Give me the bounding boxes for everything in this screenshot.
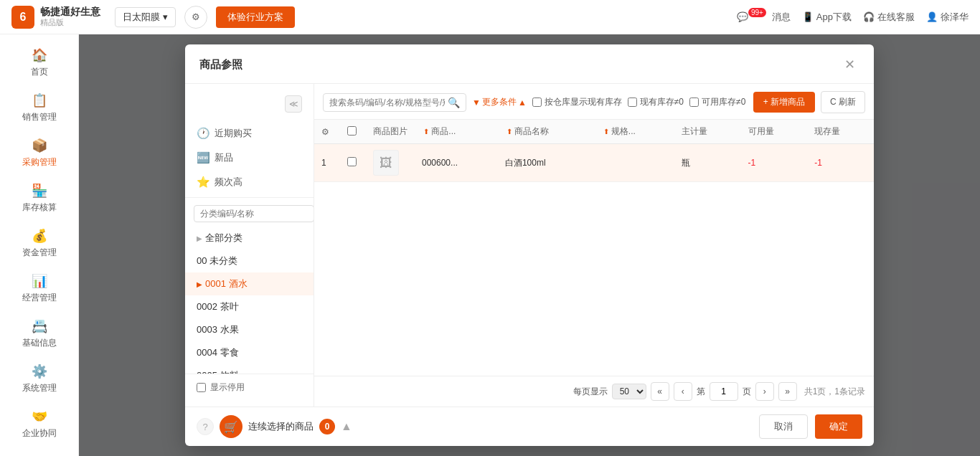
sidebar-item-enterprise[interactable]: 🤝 企业协同	[0, 402, 78, 447]
sidebar-item-finance[interactable]: 💰 资金管理	[0, 221, 78, 266]
warehouse-stock-label: 按仓库显示现有库存	[545, 96, 622, 108]
star-icon: ⭐	[197, 176, 210, 189]
cat-all[interactable]: ▶ 全部分类	[185, 227, 314, 250]
nav-right: 💬 99+ 消息 📱 App下载 🎧 在线客服 👤 徐泽华	[737, 11, 969, 24]
settings-icon[interactable]: ⚙	[184, 6, 207, 29]
warehouse-stock-checkbox[interactable]	[532, 98, 542, 107]
confirm-button[interactable]: 确定	[815, 414, 862, 439]
th-spec: ⬆ 规格...	[595, 120, 674, 144]
cat-fruit[interactable]: 0003 水果	[185, 318, 314, 341]
logo-sub: 精品版	[40, 17, 100, 28]
procurement-icon: 📦	[32, 138, 47, 153]
existing-stock-checkbox[interactable]	[628, 98, 637, 107]
last-page-button[interactable]: »	[778, 382, 797, 401]
sidebar-item-procurement[interactable]: 📦 采购管理	[0, 130, 78, 176]
cart-collapse-icon[interactable]: ▲	[341, 420, 352, 433]
chevron-down-icon: ▾	[163, 11, 168, 22]
cat-recent-section: 🕐 近期购买 🆕 新品 ⭐ 频次高	[185, 118, 314, 198]
cat-snacks[interactable]: 0004 零食	[185, 341, 314, 364]
sidebar-item-inventory[interactable]: 🏪 库存核算	[0, 176, 78, 221]
cat-tea[interactable]: 0002 茶叶	[185, 295, 314, 318]
show-disabled-area: 显示停用	[185, 374, 314, 401]
sidebar-item-operations[interactable]: 📊 经营管理	[0, 266, 78, 311]
dialog-footer: ? 🛒 连续选择的商品 0 ▲ 取消 确定	[185, 407, 874, 446]
cat-uncategorized[interactable]: 00 未分类	[185, 250, 314, 272]
refresh-button[interactable]: C 刷新	[821, 91, 865, 113]
th-settings: ⚙	[314, 120, 340, 144]
online-service-nav-item[interactable]: 🎧 在线客服	[863, 11, 915, 24]
add-product-button[interactable]: + 新增商品	[753, 92, 815, 113]
page-label: 第	[697, 386, 705, 398]
cat-item-recent-label: 近期购买	[215, 127, 252, 140]
username-label: 徐泽华	[941, 11, 969, 24]
product-search-input[interactable]	[329, 98, 445, 108]
sidebar-item-system[interactable]: ⚙️ 系统管理	[0, 356, 78, 402]
filter-button[interactable]: ▼ 更多条件 ▲	[472, 96, 527, 108]
cart-area: ? 🛒 连续选择的商品 0 ▲	[197, 415, 752, 438]
cat-item-frequent-label: 频次高	[215, 176, 242, 189]
row-available: -1	[741, 144, 808, 182]
cat-item-recent[interactable]: 🕐 近期购买	[185, 121, 314, 146]
app-download-nav-item[interactable]: 📱 App下载	[802, 11, 852, 24]
cat-search-input[interactable]	[194, 205, 314, 222]
basic-info-icon: 📇	[32, 318, 47, 334]
user-avatar: 👤	[926, 11, 938, 22]
row-checkbox[interactable]	[347, 157, 357, 166]
cat-liquor-label: 0001 酒水	[205, 277, 248, 290]
main-area: 商品参照 ✕ ≪ 🕐 近	[79, 34, 980, 456]
store-selector[interactable]: 日太阳膜 ▾	[115, 7, 176, 27]
sidebar-item-guide[interactable]: 📖 新手引导	[0, 447, 78, 456]
prev-page-button[interactable]: ‹	[674, 382, 692, 401]
sidebar-item-basic-info[interactable]: 📇 基础信息	[0, 311, 78, 356]
cart-icon: 🛒	[220, 415, 242, 438]
trial-button[interactable]: 体验行业方案	[216, 6, 295, 28]
help-icon[interactable]: ?	[197, 418, 214, 435]
cat-item-frequent[interactable]: ⭐ 频次高	[185, 170, 314, 194]
th-unit: 主计量	[674, 120, 741, 144]
sidebar-item-sales[interactable]: 📋 销售管理	[0, 85, 78, 130]
sidebar-label-home: 首页	[31, 66, 48, 78]
cat-collapse-button[interactable]: ≪	[285, 95, 302, 113]
home-icon: 🏠	[32, 47, 47, 63]
available-stock-filter[interactable]: 可用库存≠0	[689, 96, 745, 108]
close-button[interactable]: ✕	[839, 54, 859, 75]
sidebar-item-home[interactable]: 🏠 首页	[0, 40, 78, 85]
next-page-button[interactable]: ›	[755, 382, 774, 401]
th-code-label: 商品...	[431, 126, 456, 136]
th-stock-label: 现存量	[814, 126, 840, 136]
select-all-checkbox[interactable]	[347, 126, 357, 136]
message-label: 消息	[772, 11, 791, 24]
row-stock: -1	[807, 144, 874, 182]
cancel-button[interactable]: 取消	[759, 414, 808, 439]
sidebar: 🏠 首页 📋 销售管理 📦 采购管理 🏪 库存核算 💰 资金管理 📊 经营管理 …	[0, 34, 79, 456]
dialog-title: 商品参照	[199, 58, 242, 72]
system-icon: ⚙️	[32, 364, 47, 379]
search-button[interactable]: 🔍	[448, 97, 460, 108]
th-spec-label: 规格...	[611, 126, 636, 136]
user-nav-item[interactable]: 👤 徐泽华	[926, 11, 969, 24]
dialog-right: 🔍 ▼ 更多条件 ▲ 按仓库显示现有库存	[314, 84, 874, 407]
search-bar: 🔍 ▼ 更多条件 ▲ 按仓库显示现有库存	[314, 84, 874, 120]
page-number-input[interactable]	[710, 382, 738, 401]
first-page-button[interactable]: «	[651, 382, 669, 401]
cat-liquor[interactable]: ▶ 0001 酒水	[185, 272, 314, 295]
sort-icon: ⬆	[423, 128, 429, 136]
available-stock-checkbox[interactable]	[689, 98, 699, 107]
table-row[interactable]: 1 🖼 000600... 白酒100ml	[314, 144, 874, 182]
message-nav-item[interactable]: 💬 99+ 消息	[737, 11, 791, 24]
enterprise-icon: 🤝	[32, 409, 47, 424]
existing-stock-filter[interactable]: 现有库存≠0	[628, 96, 684, 108]
show-disabled-checkbox[interactable]	[197, 383, 206, 392]
product-image: 🖼	[373, 150, 399, 176]
warehouse-stock-filter[interactable]: 按仓库显示现有库存	[532, 96, 622, 108]
row-num: 1	[314, 144, 340, 182]
cat-item-new[interactable]: 🆕 新品	[185, 146, 314, 170]
cat-beverages[interactable]: 0005 饮料	[185, 364, 314, 374]
app-download-label: App下载	[816, 11, 852, 24]
cart-count: 0	[319, 419, 335, 434]
dialog-header: 商品参照 ✕	[185, 44, 874, 84]
th-checkbox	[340, 120, 366, 144]
per-page-select[interactable]: 50	[612, 384, 646, 399]
cat-uncategorized-label: 00 未分类	[197, 255, 237, 267]
message-icon: 💬	[737, 11, 748, 22]
